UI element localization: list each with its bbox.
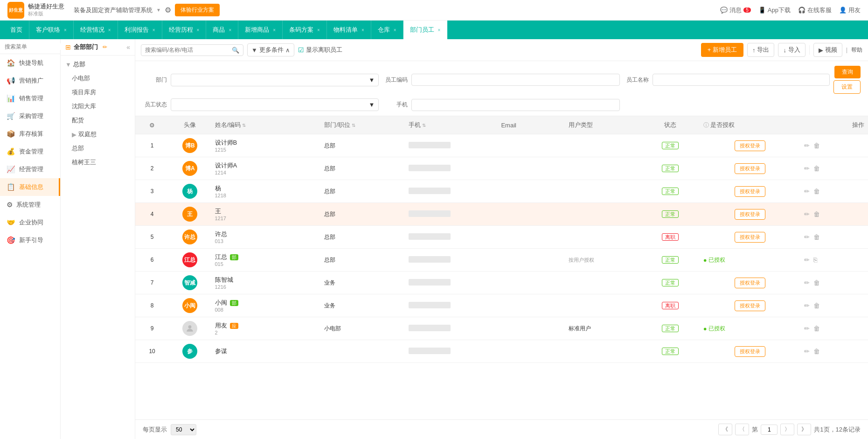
last-page-btn[interactable]: 》: [797, 424, 811, 435]
dept-node-shenyang[interactable]: 沈阳大库: [61, 99, 135, 113]
delete-icon[interactable]: 🗑: [813, 233, 820, 241]
auth-btn[interactable]: 授权登录: [735, 346, 765, 357]
more-filter-btn[interactable]: ▼ 更多条件 ∧: [247, 43, 294, 56]
auth-btn[interactable]: 授权登录: [735, 232, 765, 243]
th-name[interactable]: 姓名/编码 ⇅: [211, 116, 321, 134]
th-phone[interactable]: 手机 ⇅: [405, 116, 498, 134]
delete-icon[interactable]: 🗑: [813, 302, 820, 309]
dept-node-zongbu[interactable]: 总部: [61, 141, 135, 155]
filter-phone-input[interactable]: [411, 99, 619, 111]
delete-icon[interactable]: 🗑: [813, 325, 820, 332]
edit-icon[interactable]: ✏: [804, 210, 810, 218]
edit-icon[interactable]: ✏: [804, 188, 810, 195]
row-name: 小闽 部 008: [211, 294, 321, 317]
dept-node-shuangting[interactable]: ▶ 双庭想: [61, 127, 135, 141]
sidebar-item-finance[interactable]: 💰 资金管理: [0, 143, 60, 160]
app-download-btn[interactable]: 📱 App下载: [758, 6, 791, 14]
sidebar-item-sales[interactable]: 📊 销售管理: [0, 90, 60, 107]
next-page-btn[interactable]: 〉: [780, 424, 794, 435]
auth-btn[interactable]: 授权登录: [735, 300, 765, 311]
sidebar-item-basicinfo[interactable]: 📋 基础信息: [0, 178, 60, 196]
sidebar-item-bizmanage[interactable]: 📈 经营管理: [0, 160, 60, 178]
edit-icon[interactable]: ✏: [804, 348, 810, 355]
tab-add-goods[interactable]: 新增商品×: [238, 21, 283, 39]
edit-icon[interactable]: ✏: [804, 279, 810, 286]
auth-info-icon[interactable]: ⓘ: [703, 121, 709, 129]
dept-node-zhishu[interactable]: 植树王三: [61, 155, 135, 169]
sidebar-item-sysmanage[interactable]: ⚙ 系统管理: [0, 196, 60, 214]
filter-empname-input[interactable]: [653, 74, 830, 86]
toolbar-divider: [809, 45, 810, 55]
dept-node-xiaodian[interactable]: 小电部: [61, 71, 135, 85]
add-employee-btn[interactable]: + 新增员工: [701, 43, 743, 57]
auth-btn[interactable]: 授权登录: [735, 163, 765, 174]
th-settings[interactable]: ⚙: [135, 116, 169, 134]
employee-code: 015: [215, 261, 317, 267]
th-dept[interactable]: 部门/职位 ⇅: [320, 116, 405, 134]
auth-btn[interactable]: 授权登录: [735, 278, 765, 288]
set-btn[interactable]: 设置: [833, 80, 861, 94]
delete-icon[interactable]: 🗑: [813, 279, 820, 286]
show-inactive-toggle[interactable]: ☑ 显示离职员工: [298, 46, 342, 54]
tab-dept-staff[interactable]: 部门员工×: [403, 21, 448, 39]
export-btn[interactable]: ↑ 导出: [747, 43, 775, 57]
sidebar-item-quicknav[interactable]: 🏠 快捷导航: [0, 54, 60, 72]
system-title-chevron[interactable]: ▼: [156, 7, 161, 13]
query-btn[interactable]: 查询: [834, 66, 861, 78]
auth-btn[interactable]: 授权登录: [735, 140, 765, 151]
help-btn[interactable]: 帮助: [851, 46, 862, 54]
prev-page-btn[interactable]: 〈: [735, 424, 749, 435]
auth-btn[interactable]: 授权登录: [735, 186, 765, 197]
dept-node-xiangmu[interactable]: 项目库房: [61, 85, 135, 99]
tab-customer[interactable]: 客户联络×: [29, 21, 74, 39]
user-menu[interactable]: 👤 用友: [839, 6, 861, 14]
row-dept: 总部: [320, 134, 405, 157]
per-page-select[interactable]: 50 100 200: [171, 424, 196, 435]
sidebar-item-purchase[interactable]: 🛒 采购管理: [0, 107, 60, 125]
tab-home[interactable]: 首页: [4, 21, 29, 39]
edit-icon[interactable]: ✏: [804, 302, 810, 309]
edit-icon[interactable]: ✏: [804, 142, 810, 149]
search-input[interactable]: [145, 47, 230, 53]
sidebar-item-collab[interactable]: 🤝 企业协同: [0, 214, 60, 231]
delete-icon[interactable]: 🗑: [813, 188, 820, 195]
sidebar-item-guide[interactable]: 🎯 新手引导: [0, 231, 60, 249]
video-btn[interactable]: ▶ 视频: [813, 43, 842, 57]
message-btn[interactable]: 💬 消息 5: [720, 6, 751, 14]
delete-icon[interactable]: 🗑: [813, 210, 820, 218]
row-dept: 总部: [320, 180, 405, 203]
sidebar-item-inventory[interactable]: 📦 库存核算: [0, 125, 60, 143]
settings-icon[interactable]: ⚙: [165, 6, 171, 14]
dept-edit-icon[interactable]: ✏: [103, 44, 107, 50]
auth-btn[interactable]: 授权登录: [735, 209, 765, 220]
delete-icon[interactable]: 🗑: [813, 142, 820, 149]
tab-bom[interactable]: 物料清单×: [327, 21, 371, 39]
service-btn[interactable]: 🎧 在线客服: [798, 6, 832, 14]
page-input[interactable]: [761, 425, 778, 435]
filter-empcode-input[interactable]: [411, 74, 619, 86]
copy-icon[interactable]: ⎘: [813, 256, 817, 264]
edit-icon[interactable]: ✏: [804, 256, 810, 264]
edit-icon[interactable]: ✏: [804, 233, 810, 241]
tab-barcode[interactable]: 条码方案×: [283, 21, 327, 39]
edit-icon[interactable]: ✏: [804, 325, 810, 332]
tab-operations[interactable]: 经营情况×: [74, 21, 118, 39]
delete-icon[interactable]: 🗑: [813, 348, 820, 355]
first-page-btn[interactable]: 《: [718, 424, 732, 435]
edit-icon[interactable]: ✏: [804, 165, 810, 172]
dept-node-zongbu-parent[interactable]: ▼ 总部: [61, 57, 135, 71]
trial-btn[interactable]: 体验行业方案: [175, 4, 220, 16]
filter-dept-select[interactable]: ▼: [171, 74, 379, 86]
filter-status-select[interactable]: ▼: [171, 98, 379, 111]
dept-node-peihuo[interactable]: 配货: [61, 113, 135, 127]
sidebar-item-marketing[interactable]: 📢 营销推广: [0, 72, 60, 90]
import-btn[interactable]: ↓ 导入: [778, 43, 806, 57]
row-no: 5: [135, 226, 169, 249]
dept-collapse-icon[interactable]: «: [126, 43, 130, 51]
tab-goods[interactable]: 商品×: [206, 21, 238, 39]
search-icon[interactable]: 🔍: [232, 47, 239, 54]
delete-icon[interactable]: 🗑: [813, 165, 820, 172]
tab-profit[interactable]: 利润报告×: [118, 21, 162, 39]
tab-warehouse[interactable]: 仓库×: [371, 21, 403, 39]
tab-history[interactable]: 经营历程×: [162, 21, 207, 39]
